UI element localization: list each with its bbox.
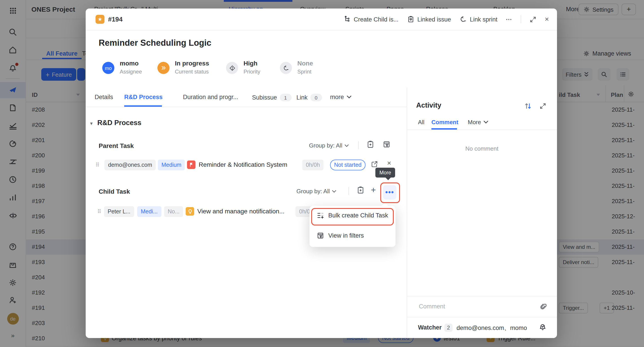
comment-input[interactable] <box>418 302 528 310</box>
menu-item-view-in-filters[interactable]: View in filters <box>316 232 364 240</box>
watcher-count-badge: 2 <box>444 324 452 332</box>
priority-pill[interactable]: Medi... <box>137 206 161 217</box>
linked-issue-icon <box>407 16 414 23</box>
chevron-down-icon <box>347 94 352 100</box>
issue-type-star-icon: ★ <box>96 15 104 24</box>
activity-tabs-divider <box>407 130 557 130</box>
tab-details[interactable]: Details <box>95 94 113 100</box>
highlight-box-bulk-create <box>311 208 394 226</box>
tree-icon <box>344 16 351 23</box>
sprint-icon <box>280 62 292 74</box>
child-more-menu: Bulk create Child Task View in filters <box>310 206 396 247</box>
active-tab-underline <box>124 105 162 107</box>
status-icon <box>158 62 170 74</box>
sort-order-icon[interactable] <box>524 102 532 110</box>
issue-id: #194 <box>108 16 123 23</box>
attachment-paperclip-icon[interactable] <box>540 302 547 310</box>
chevron-down-icon <box>332 189 336 194</box>
field-priority[interactable]: High Priority <box>226 60 260 75</box>
status-pill[interactable]: Not started <box>330 160 366 170</box>
highlight-box-more-button <box>380 182 400 203</box>
watcher-divider <box>407 317 557 318</box>
status-label: Current status <box>175 68 209 75</box>
watcher-names[interactable]: demo@ones.com、momo <box>456 324 527 332</box>
linked-issue-label: Linked issue <box>417 16 451 23</box>
remove-parent-button[interactable]: × <box>387 159 391 167</box>
parent-task-row[interactable]: ⠿ demo@ones.com Medium Reminder & Notifi… <box>86 158 407 172</box>
activity-tab-comment[interactable]: Comment <box>432 119 458 126</box>
activity-tab-all[interactable]: All <box>418 119 424 126</box>
sprint-loop-icon <box>460 16 467 23</box>
divider <box>358 141 359 149</box>
tab-duration[interactable]: Duration and progr... <box>183 94 238 100</box>
sprint-value: None <box>297 60 313 67</box>
priority-icon <box>226 62 238 74</box>
child-task-title[interactable]: View and manage notification... <box>197 208 284 215</box>
view-in-filters-label: View in filters <box>328 232 364 239</box>
tab-link[interactable]: Link 0 <box>296 94 322 101</box>
field-status[interactable]: In progress Current status <box>158 60 209 75</box>
child-task-heading: Child Task <box>99 188 130 195</box>
view-filter-icon[interactable] <box>382 140 390 148</box>
priority-label: Priority <box>244 68 260 75</box>
create-child-issue-button[interactable]: Create Child is... <box>344 16 399 23</box>
modal-header: ★ #194 Create Child is... Linked issue L… <box>86 8 557 30</box>
empty-state-text: No comment <box>407 145 557 152</box>
close-icon: × <box>545 15 549 23</box>
assignee-pill[interactable]: Peter L... <box>104 206 134 217</box>
expand-icon <box>530 16 536 23</box>
watcher-label: Watcher <box>418 324 442 331</box>
tab-more[interactable]: more <box>330 94 352 100</box>
issue-detail-modal: ★ #194 Create Child is... Linked issue L… <box>86 8 557 338</box>
activity-tabs: All Comment More <box>407 116 557 130</box>
subissue-count-badge: 1 <box>280 94 291 101</box>
create-child-label: Create Child is... <box>354 16 399 23</box>
assignee-pill[interactable]: demo@ones.com <box>104 160 156 170</box>
link-sprint-button[interactable]: Link sprint <box>460 16 497 23</box>
activity-tab-more[interactable]: More <box>468 119 488 126</box>
modal-tabs: Details R&D Process Duration and progr..… <box>86 94 407 107</box>
expand-modal-button[interactable] <box>530 16 536 23</box>
field-assignee[interactable]: mo momo Assignee <box>102 60 142 75</box>
priority-value: High <box>244 60 260 67</box>
close-modal-button[interactable]: × <box>545 15 549 23</box>
linked-issue-button[interactable]: Linked issue <box>407 16 451 23</box>
expand-activity-icon[interactable] <box>540 103 546 110</box>
status-value: In progress <box>175 60 209 67</box>
more-actions-button[interactable]: ··· <box>506 16 512 23</box>
drag-handle-icon[interactable]: ⠿ <box>96 162 100 168</box>
lightbulb-icon <box>186 207 194 216</box>
chevron-down-icon <box>483 120 488 125</box>
view-filters-icon <box>316 232 324 240</box>
parent-task-heading: Parent Task <box>99 142 134 149</box>
sprint-label: Sprint <box>297 68 313 75</box>
issue-title[interactable]: Reminder Scheduling Logic <box>99 38 212 48</box>
watch-bell-check-icon[interactable] <box>538 323 547 331</box>
assignee-label: Assignee <box>120 68 142 75</box>
drag-handle-icon[interactable]: ⠿ <box>97 208 101 215</box>
priority-pill[interactable]: Medium <box>158 160 185 170</box>
field-sprint[interactable]: None Sprint <box>280 60 313 75</box>
parent-group-by[interactable]: Group by: All <box>309 142 349 149</box>
tab-subissue[interactable]: Subissue 1 <box>252 94 291 101</box>
sprint-pill[interactable]: No... <box>164 206 183 217</box>
assignee-value: momo <box>120 60 142 67</box>
chevron-down-icon <box>345 143 349 148</box>
link-sprint-label: Link sprint <box>470 16 497 23</box>
open-external-icon[interactable] <box>371 160 378 168</box>
link-count-badge: 0 <box>310 94 322 101</box>
save-template-icon[interactable] <box>356 186 364 194</box>
comment-divider <box>407 296 557 296</box>
tab-rnd-process[interactable]: R&D Process <box>124 94 162 100</box>
hours-pill: 0h/0h <box>302 160 324 170</box>
parent-task-title[interactable]: Reminder & Notification System <box>199 161 287 168</box>
child-group-by[interactable]: Group by: All <box>296 188 336 194</box>
save-template-icon[interactable] <box>366 140 374 148</box>
collapse-caret-icon[interactable]: ▾ <box>90 120 92 126</box>
section-title: R&D Process <box>97 119 141 127</box>
activity-title: Activity <box>416 101 441 110</box>
close-icon: × <box>387 159 391 167</box>
add-child-task-button[interactable]: + <box>371 185 376 195</box>
flag-icon <box>187 160 196 169</box>
divider <box>348 187 349 195</box>
